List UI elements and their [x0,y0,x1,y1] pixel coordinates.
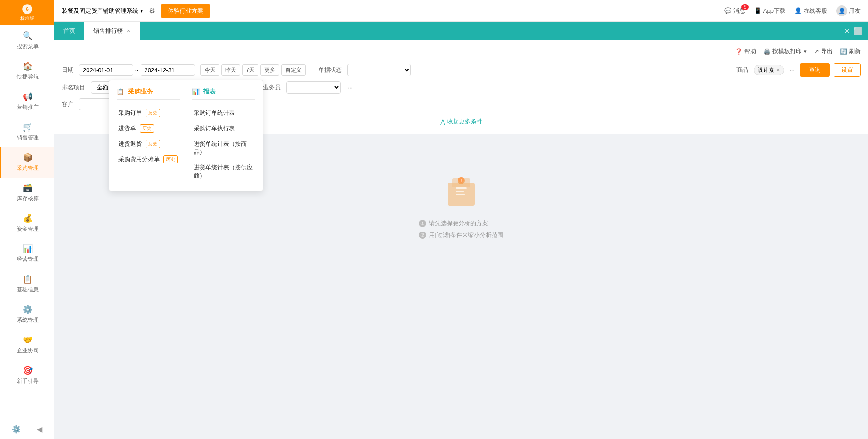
sidebar-item-operations-label: 经营管理 [17,256,39,263]
sidebar-item-search[interactable]: 🔍 搜索菜单 [0,25,54,56]
salesperson-more-icon[interactable]: ··· [348,84,353,91]
guide-nav-icon: 🎯 [23,365,33,375]
report-3-label: 进货单统计表（按商品） [194,140,254,156]
app-download-btn[interactable]: 📱 App下载 [754,7,785,15]
report-4-label: 进货单统计表（按供应商） [194,163,254,180]
sidebar-nav: 🔍 搜索菜单 🏠 快捷导航 📢 营销推广 🛒 销售管理 📦 采购管理 🗃️ 库存… [0,25,54,419]
sidebar-item-search-label: 搜索菜单 [17,43,39,50]
date-start-input[interactable] [79,64,133,76]
date-today-btn[interactable]: 今天 [200,64,219,76]
hint-num-2: ② [419,232,426,239]
dropdown-item-purchase-return[interactable]: 进货退货 历史 [117,136,180,152]
help-btn[interactable]: ❓ 帮助 [735,47,756,55]
dropdown-item-purchase-order[interactable]: 采购订单 历史 [117,105,180,121]
history-badge-1: 历史 [140,124,154,133]
topbar-settings-icon[interactable]: ⚙ [149,6,155,15]
dropdown-item-report-1[interactable]: 采购订单统计表 [192,105,256,121]
date-yesterday-btn[interactable]: 昨天 [221,64,240,76]
dropdown-col-purchase: 📋 采购业务 采购订单 历史 进货单 历史 进货退货 历史 [117,88,180,183]
report-2-label: 采购订单执行表 [194,124,235,133]
svg-text:!: ! [461,178,462,183]
report-col-title-text: 报表 [203,88,216,96]
dropdown-report-title: 📊 报表 [192,88,256,100]
sidebar-collapse-btn[interactable]: ◀ [37,425,42,434]
settings-btn[interactable]: 设置 [834,63,861,77]
online-service-btn[interactable]: 👤 在线客服 [795,7,827,15]
sidebar-item-enterprise[interactable]: 🤝 企业协同 [0,330,54,360]
date-end-input[interactable] [141,64,195,76]
ranking-label: 排名项目 [62,84,85,92]
hint-text-1: 请先选择要分析的方案 [429,217,488,229]
query-btn[interactable]: 查询 [800,63,830,77]
home-nav-icon: 🏠 [23,61,33,71]
goods-more-icon[interactable]: ··· [790,67,795,74]
basic-info-nav-icon: 📋 [23,274,33,284]
user-btn[interactable]: 👤 用友 [836,5,861,16]
salesperson-label: 业务员 [263,84,281,92]
notification-btn[interactable]: 💬 消息 9 [724,7,745,15]
system-nav-icon: ⚙️ [23,305,33,315]
svg-rect-5 [456,187,467,189]
export-btn[interactable]: ↗ 导出 [814,47,833,55]
salesperson-select[interactable] [286,81,341,94]
dropdown-arrow-icon: ▾ [140,7,143,14]
app-download-icon: 📱 [754,7,761,14]
sidebar-item-basic-info[interactable]: 📋 基础信息 [0,269,54,299]
date-more-btn[interactable]: 更多 [260,64,279,76]
date-7days-btn[interactable]: 7天 [242,64,259,76]
sidebar-item-inventory[interactable]: 🗃️ 库存核算 [0,178,54,208]
online-service-label: 在线客服 [804,7,827,15]
purchase-return-label: 进货退货 [118,140,142,148]
print-btn[interactable]: 🖨️ 按模板打印 ▾ [763,47,807,55]
refresh-btn[interactable]: 🔄 刷新 [840,47,861,55]
bill-status-select[interactable] [347,64,411,76]
date-custom-btn[interactable]: 自定义 [281,64,306,76]
tab-home[interactable]: 首页 [54,22,84,40]
sidebar: 6 标准版 🔍 搜索菜单 🏠 快捷导航 📢 营销推广 🛒 销售管理 📦 采购管理… [0,0,54,439]
sidebar-item-operations[interactable]: 📊 经营管理 [0,238,54,269]
sidebar-item-purchase[interactable]: 📦 采购管理 [0,147,54,178]
industry-btn[interactable]: 体验行业方案 [161,4,210,18]
dropdown-divider [186,88,186,183]
window-close-btn[interactable]: ✕ [844,27,850,35]
dropdown-purchase-title: 📋 采购业务 [117,88,180,100]
sidebar-item-marketing[interactable]: 📢 营销推广 [0,86,54,117]
dropdown-item-report-3[interactable]: 进货单统计表（按商品） [192,136,256,160]
svg-rect-6 [456,191,464,192]
sidebar-item-sales[interactable]: 🛒 销售管理 [0,117,54,147]
svg-text:6: 6 [25,6,28,12]
goods-label: 商品 [736,66,748,74]
dropdown-item-report-2[interactable]: 采购订单执行表 [192,121,256,136]
goods-tag-close[interactable]: ✕ [776,67,780,73]
help-label: 帮助 [744,47,756,55]
sidebar-item-finance-label: 资金管理 [17,225,39,233]
collapse-label: 收起更多条件 [447,118,483,126]
bill-status-label: 单据状态 [318,66,342,74]
notification-badge-count: 9 [741,4,749,10]
refresh-label: 刷新 [849,47,861,55]
sidebar-item-quick-nav[interactable]: 🏠 快捷导航 [0,56,54,86]
sidebar-settings-btn[interactable]: ⚙️ [12,425,21,434]
dropdown-item-purchase-expense[interactable]: 采购费用分摊单 历史 [117,152,180,167]
user-label: 用友 [849,7,861,15]
sidebar-item-guide[interactable]: 🎯 新手引导 [0,360,54,390]
sidebar-item-finance[interactable]: 💰 资金管理 [0,208,54,238]
purchase-nav-icon: 📦 [23,153,33,163]
dropdown-item-purchase-inbound[interactable]: 进货单 历史 [117,121,180,136]
window-maximize-btn[interactable]: ⬜ [853,27,863,35]
content-area: ❓ 帮助 🖨️ 按模板打印 ▾ ↗ 导出 🔄 刷新 [54,40,868,439]
goods-tag-text: 设计素 [758,66,774,74]
tab-close-icon[interactable]: ✕ [127,28,131,34]
report-col-icon: 📊 [192,88,200,95]
tab-home-label: 首页 [63,27,75,35]
topbar-system-title[interactable]: 装餐及固定资产辅助管理系统 ▾ [62,7,143,15]
dropdown-item-report-4[interactable]: 进货单统计表（按供应商） [192,160,256,183]
goods-tag-container: 设计素 ✕ [754,65,784,75]
date-label: 日期 [62,66,73,74]
topbar: 装餐及固定资产辅助管理系统 ▾ ⚙ 体验行业方案 💬 消息 9 📱 App下载 … [54,0,868,22]
dropdown-col-report: 📊 报表 采购订单统计表 采购订单执行表 进货单统计表（按商品） 进货单统计表（… [192,88,256,183]
sidebar-logo: 6 标准版 [0,0,54,25]
sidebar-item-system[interactable]: ⚙️ 系统管理 [0,299,54,330]
tab-sales-ranking[interactable]: 销售排行榜 ✕ [84,22,140,40]
hint-num-1: ① [419,220,426,227]
